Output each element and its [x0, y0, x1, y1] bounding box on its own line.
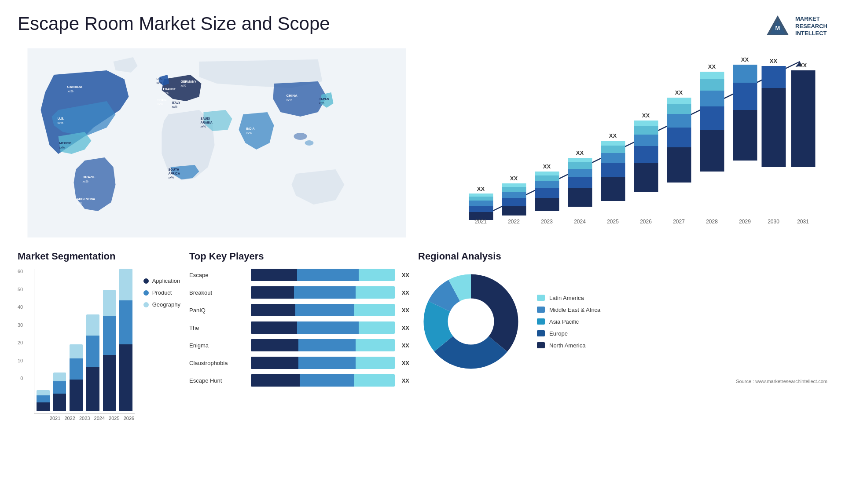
svg-rect-70 — [601, 153, 625, 163]
svg-text:2027: 2027 — [673, 219, 685, 225]
asia-pacific-label: Asia Pacific — [549, 318, 579, 325]
svg-rect-72 — [601, 141, 625, 146]
key-players-section: Top Key Players Escape XX Breakout — [189, 251, 409, 418]
svg-text:xx%: xx% — [201, 125, 206, 128]
svg-text:2030: 2030 — [768, 219, 779, 225]
svg-rect-93 — [700, 72, 724, 79]
svg-rect-63 — [568, 169, 592, 177]
bottom-row: Market Segmentation 60 50 40 30 20 10 0 — [18, 251, 827, 418]
players-list: Escape XX Breakout — [189, 269, 409, 387]
svg-text:ITALY: ITALY — [172, 101, 180, 104]
seg-group-2021 — [37, 390, 50, 411]
middle-east-africa-label: Middle East & Africa — [549, 307, 600, 313]
svg-text:XX: XX — [741, 56, 749, 63]
svg-text:2028: 2028 — [706, 219, 718, 225]
seg-group-2024 — [86, 314, 99, 411]
svg-text:M: M — [775, 25, 780, 31]
svg-text:xx%: xx% — [172, 105, 178, 108]
svg-text:FRANCE: FRANCE — [163, 88, 176, 91]
svg-text:xx%: xx% — [157, 81, 162, 84]
svg-text:2026: 2026 — [640, 219, 652, 225]
player-row-breakout: Breakout XX — [189, 286, 409, 299]
europe-color — [537, 330, 545, 336]
svg-point-113 — [449, 299, 493, 343]
svg-rect-56 — [535, 181, 559, 188]
svg-text:U.K.: U.K. — [157, 77, 163, 80]
svg-rect-71 — [601, 146, 625, 153]
svg-rect-86 — [667, 98, 691, 104]
world-map-section: CANADA xx% U.S. xx% MEXICO xx% BRAZIL xx… — [18, 48, 416, 237]
svg-text:JAPAN: JAPAN — [319, 98, 329, 101]
geography-color — [143, 302, 149, 307]
svg-text:XX: XX — [799, 62, 807, 69]
seg-y-axis: 60 50 40 30 20 10 0 — [18, 269, 25, 383]
svg-text:xx%: xx% — [77, 202, 83, 205]
middle-east-africa-color — [537, 307, 545, 313]
logo-icon: M — [764, 13, 791, 40]
svg-rect-42 — [469, 201, 493, 206]
svg-rect-57 — [535, 175, 559, 181]
svg-text:XX: XX — [510, 175, 518, 182]
svg-text:xx%: xx% — [68, 90, 73, 93]
player-row-claustrophobia: Claustrophobia XX — [189, 357, 409, 369]
top-row: CANADA xx% U.S. xx% MEXICO xx% BRAZIL xx… — [18, 48, 827, 237]
svg-text:XX: XX — [708, 63, 716, 70]
svg-rect-50 — [502, 187, 526, 192]
svg-rect-78 — [634, 126, 658, 135]
logo: M MARKET RESEARCH INTELLECT — [764, 13, 827, 40]
svg-rect-98 — [733, 65, 757, 83]
svg-text:2024: 2024 — [574, 219, 586, 225]
svg-text:AFRICA: AFRICA — [169, 172, 180, 175]
svg-text:xx%: xx% — [59, 146, 65, 149]
svg-rect-105 — [791, 70, 816, 167]
svg-text:XX: XX — [543, 163, 551, 170]
product-label: Product — [152, 289, 172, 296]
svg-rect-82 — [667, 147, 691, 183]
svg-text:2029: 2029 — [739, 219, 751, 225]
svg-text:xx%: xx% — [169, 176, 174, 179]
application-label: Application — [152, 278, 180, 284]
svg-rect-91 — [700, 91, 724, 106]
svg-text:GERMANY: GERMANY — [181, 80, 197, 83]
svg-rect-54 — [535, 198, 559, 211]
svg-rect-65 — [568, 158, 592, 162]
svg-text:BRAZIL: BRAZIL — [83, 175, 96, 179]
svg-rect-83 — [667, 128, 691, 147]
svg-text:ARGENTINA: ARGENTINA — [77, 197, 96, 201]
page-title: Escape Room Market Size and Scope — [18, 13, 330, 34]
svg-rect-69 — [601, 163, 625, 177]
svg-text:XX: XX — [642, 112, 650, 119]
svg-text:2025: 2025 — [607, 219, 619, 225]
legend-latin-america: Latin America — [537, 295, 600, 301]
legend-product: Product — [143, 289, 180, 296]
application-color — [143, 278, 149, 284]
svg-rect-58 — [535, 172, 559, 175]
north-america-color — [537, 342, 545, 348]
svg-text:ARABIA: ARABIA — [201, 121, 213, 124]
svg-rect-61 — [568, 188, 592, 207]
latin-america-label: Latin America — [549, 295, 584, 301]
player-row-the: The XX — [189, 321, 409, 334]
svg-rect-62 — [568, 177, 592, 188]
svg-text:xx%: xx% — [83, 180, 88, 183]
svg-text:xx%: xx% — [246, 131, 252, 135]
svg-rect-47 — [502, 206, 526, 215]
svg-text:XX: XX — [477, 186, 485, 192]
svg-point-36 — [294, 133, 307, 140]
svg-rect-102 — [762, 66, 786, 88]
segmentation-title: Market Segmentation — [18, 251, 180, 262]
regional-legend: Latin America Middle East & Africa Asia … — [537, 295, 600, 349]
svg-rect-51 — [502, 183, 526, 187]
asia-pacific-color — [537, 318, 545, 325]
legend-application: Application — [143, 278, 180, 284]
svg-text:XX: XX — [576, 150, 584, 156]
regional-title: Regional Analysis — [418, 251, 827, 262]
latin-america-color — [537, 295, 545, 301]
regional-section: Regional Analysis — [418, 251, 827, 418]
svg-text:xx%: xx% — [181, 84, 187, 87]
svg-rect-96 — [733, 110, 757, 161]
svg-text:2023: 2023 — [541, 219, 553, 225]
svg-text:CHINA: CHINA — [287, 94, 298, 98]
regional-pie-chart — [418, 269, 524, 374]
segmentation-legend: Application Product Geography — [143, 269, 180, 308]
